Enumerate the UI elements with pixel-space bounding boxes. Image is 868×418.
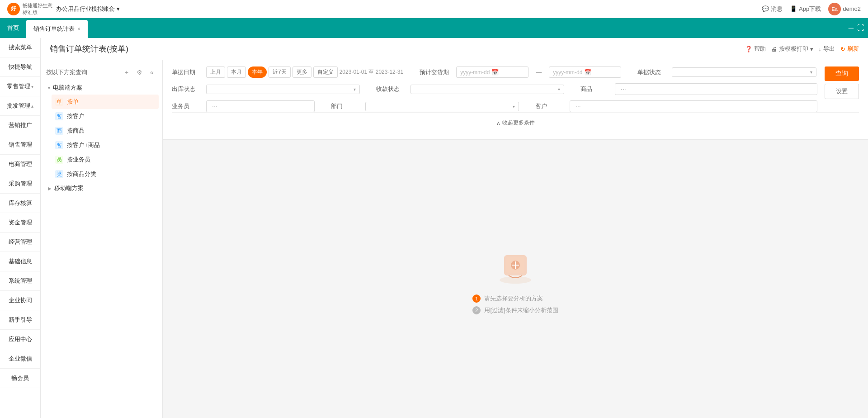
sidebar-item-wholesale[interactable]: 批发管理 ▴ (0, 96, 40, 116)
dept-arrow-icon: ▾ (513, 104, 515, 109)
tab-home[interactable]: 首页 (0, 18, 26, 38)
date-range-text: 2023-01-01 至 2023-12-31 (340, 68, 403, 76)
right-panel: 单据日期 上月 本月 本年 近7天 更多 自定义 2023-01-01 至 20… (163, 60, 868, 418)
tree-item-by-order[interactable]: 单 按单 (52, 95, 159, 109)
tree-item-by-sales[interactable]: 员 按业务员 (52, 152, 159, 167)
empty-illustration (493, 244, 538, 289)
expected-date-start[interactable]: yyyy-mm-dd 📅 (456, 66, 528, 78)
app-download-button[interactable]: 📱 App下载 (790, 5, 821, 13)
date-btn-this-year[interactable]: 本年 (248, 66, 267, 78)
export-icon: ↓ (819, 46, 822, 52)
collapse-button[interactable]: ∧ 收起更多条件 (496, 115, 535, 130)
sidebar-item-newuser[interactable]: 新手引导 (0, 310, 40, 330)
filter-row-2: 出库状态 ▾ 收款状态 ▾ 商品 (172, 83, 817, 95)
date-end-icon[interactable]: 📅 (584, 69, 591, 76)
export-button[interactable]: ↓ 导出 (819, 45, 835, 53)
date-btn-7days[interactable]: 近7天 (269, 66, 291, 78)
payment-arrow-icon: ▾ (558, 87, 560, 92)
tab-close-icon[interactable]: × (77, 26, 80, 32)
sidebar-item-basic[interactable]: 基础信息 (0, 252, 40, 271)
doc-status-select[interactable]: ▾ (672, 67, 816, 77)
tree-item-by-product[interactable]: 商 按商品 (52, 124, 159, 138)
tree-mobile-expand-icon: ▶ (48, 186, 52, 191)
sidebar-item-inventory[interactable]: 库存核算 (0, 194, 40, 213)
refresh-button[interactable]: ↻ 刷新 (840, 45, 859, 53)
by-product-icon: 商 (55, 127, 63, 135)
expected-date-label: 预计交货期 (420, 68, 449, 76)
date-start-icon[interactable]: 📅 (491, 69, 499, 76)
sidebar-item-purchase[interactable]: 采购管理 (0, 174, 40, 194)
print-icon: 🖨 (771, 46, 777, 52)
tree-parent-pc[interactable]: ▾ 电脑端方案 (44, 81, 159, 95)
sidebar-item-ecommerce[interactable]: 电商管理 (0, 155, 40, 174)
left-panel: 按以下方案查询 + ⚙ « ▾ 电脑端方案 单 按 (41, 60, 163, 418)
salesperson-input[interactable]: ··· (206, 100, 315, 112)
customer-more-icon[interactable]: ··· (576, 103, 581, 110)
payment-status-label: 收款状态 (376, 85, 403, 93)
product-input[interactable]: ··· (615, 83, 817, 95)
hint-num-2: 2 (472, 306, 481, 314)
top-bar-left: 好 畅捷通好生意 标准版 办公用品行业模拟账套 ▾ (7, 2, 120, 15)
customer-input[interactable]: ··· (570, 100, 817, 112)
message-icon: 💬 (762, 5, 769, 12)
sidebar-item-search[interactable]: 搜索菜单 (0, 38, 40, 57)
tree-children: 单 按单 客 按客户 商 按商品 客 按客户+商 (44, 95, 159, 181)
doc-status-arrow-icon: ▾ (810, 70, 812, 75)
help-button[interactable]: ❓ 帮助 (745, 45, 766, 53)
retail-arrow-icon: ▾ (31, 84, 33, 89)
salesperson-more-icon[interactable]: ··· (212, 103, 217, 110)
print-dropdown-icon: ▾ (810, 46, 813, 52)
empty-hints: 1 请先选择要分析的方案 2 用[过滤]条件来缩小分析范围 (472, 294, 558, 314)
sidebar-item-wechat[interactable]: 企业微信 (0, 349, 40, 369)
sidebar-item-appstore[interactable]: 应用中心 (0, 330, 40, 349)
tree-item-by-cust-prod[interactable]: 客 按客户+商品 (52, 138, 159, 152)
date-btn-this-month[interactable]: 本月 (227, 66, 246, 78)
sidebar-item-quicknav[interactable]: 快捷导航 (0, 57, 40, 77)
avatar: Ea (828, 3, 841, 15)
sidebar-item-enterprise[interactable]: 企业协同 (0, 291, 40, 310)
date-btn-more[interactable]: 更多 (292, 66, 311, 78)
query-button[interactable]: 查询 (825, 66, 859, 81)
payment-status-select[interactable]: ▾ (410, 85, 564, 94)
tree-item-by-category[interactable]: 类 按商品分类 (52, 167, 159, 181)
date-group: 上月 本月 本年 近7天 更多 自定义 2023-01-01 至 2023-12… (206, 66, 403, 78)
sidebar-item-member[interactable]: 畅会员 (0, 369, 40, 388)
delivery-status-label: 出库状态 (172, 85, 199, 93)
dept-label: 部门 (331, 102, 358, 110)
expected-date-end[interactable]: yyyy-mm-dd 📅 (549, 66, 621, 78)
tab-sales-order-stats[interactable]: 销售订单统计表 × (26, 20, 88, 38)
sidebar-item-marketing[interactable]: 营销推广 (0, 116, 40, 135)
salesperson-label: 业务员 (172, 102, 199, 110)
sidebar-item-system[interactable]: 系统管理 (0, 271, 40, 291)
logo-text: 畅捷通好生意 标准版 (23, 2, 52, 15)
message-button[interactable]: 💬 消息 (762, 5, 783, 13)
date-btn-last-month[interactable]: 上月 (206, 66, 225, 78)
setting-button[interactable]: 设置 (825, 84, 859, 99)
left-panel-actions: + ⚙ « (122, 67, 157, 77)
product-more-icon[interactable]: ··· (621, 86, 626, 93)
user-avatar[interactable]: Ea demo2 (828, 3, 861, 15)
by-category-icon: 类 (55, 170, 63, 178)
sidebar-item-operations[interactable]: 经营管理 (0, 233, 40, 252)
tab-maximize-icon[interactable]: ⛶ (857, 24, 864, 32)
sidebar-item-sales[interactable]: 销售管理 (0, 135, 40, 155)
main-layout: 搜索菜单 快捷导航 零售管理 ▾ 批发管理 ▴ 营销推广 销售管理 电商管理 采… (0, 38, 868, 418)
print-button[interactable]: 🖨 按模板打印 ▾ (771, 45, 813, 53)
page-header: 销售订单统计表(按单) ❓ 帮助 🖨 按模板打印 ▾ ↓ 导出 ↻ 刷新 (41, 38, 868, 60)
tree-parent-mobile[interactable]: ▶ 移动端方案 (44, 181, 159, 195)
tree-section: ▾ 电脑端方案 单 按单 客 按客户 商 (41, 81, 162, 195)
delivery-status-select[interactable]: ▾ (206, 85, 360, 94)
setting-scheme-button[interactable]: ⚙ (134, 67, 144, 77)
dept-select[interactable]: ▾ (365, 102, 519, 111)
tree-item-by-customer[interactable]: 客 按客户 (52, 109, 159, 124)
sidebar-item-retail[interactable]: 零售管理 ▾ (0, 77, 40, 96)
delivery-arrow-icon: ▾ (354, 87, 356, 92)
tab-minimize-icon[interactable]: ─ (849, 24, 854, 32)
add-scheme-button[interactable]: + (122, 67, 132, 77)
date-btn-custom[interactable]: 自定义 (313, 66, 338, 78)
tree-mobile-label: 移动端方案 (54, 184, 84, 192)
company-selector[interactable]: 办公用品行业模拟账套 ▾ (56, 5, 120, 13)
tree-expand-icon: ▾ (48, 86, 50, 90)
sidebar-item-finance[interactable]: 资金管理 (0, 213, 40, 233)
collapse-panel-button[interactable]: « (147, 67, 157, 77)
